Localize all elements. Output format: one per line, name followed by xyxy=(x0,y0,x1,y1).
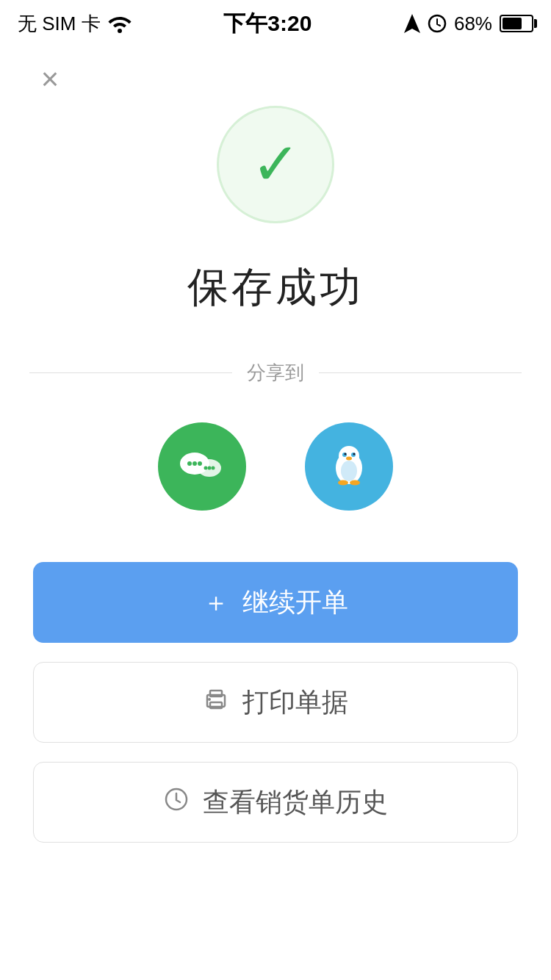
alarm-icon xyxy=(428,14,447,33)
wechat-share-button[interactable] xyxy=(158,422,246,511)
share-label: 分享到 xyxy=(232,360,319,386)
battery-icon xyxy=(500,15,533,32)
wifi-icon xyxy=(108,14,132,33)
status-time: 下午3:20 xyxy=(223,9,311,39)
qq-icon xyxy=(323,440,375,493)
svg-point-16 xyxy=(338,480,348,486)
svg-point-6 xyxy=(204,466,208,470)
svg-point-14 xyxy=(353,453,356,455)
print-label: 打印单据 xyxy=(242,685,348,721)
status-bar: 无 SIM 卡 下午3:20 68% xyxy=(0,0,551,47)
svg-rect-20 xyxy=(210,691,222,696)
svg-point-15 xyxy=(346,457,352,461)
svg-rect-21 xyxy=(210,702,222,708)
main-content: ✓ 保存成功 分享到 xyxy=(0,47,551,843)
action-buttons: ＋ 继续开单 打印单据 查看销货单历史 xyxy=(33,562,518,843)
printer-icon xyxy=(203,686,229,719)
history-label: 查看销货单历史 xyxy=(203,785,388,821)
check-icon: ✓ xyxy=(251,135,300,194)
svg-point-4 xyxy=(192,461,197,466)
success-title: 保存成功 xyxy=(187,260,364,316)
status-right: 68% xyxy=(404,12,533,35)
status-left: 无 SIM 卡 xyxy=(18,11,132,37)
share-divider: 分享到 xyxy=(0,360,551,386)
share-icons xyxy=(158,422,393,511)
svg-point-17 xyxy=(350,480,360,486)
svg-point-13 xyxy=(345,453,347,455)
sim-label: 无 SIM 卡 xyxy=(18,11,101,37)
svg-point-5 xyxy=(198,461,202,466)
divider-right xyxy=(319,372,522,373)
svg-point-22 xyxy=(208,698,211,701)
print-button[interactable]: 打印单据 xyxy=(33,662,518,743)
plus-icon: ＋ xyxy=(203,585,229,621)
success-circle: ✓ xyxy=(217,106,334,223)
wechat-icon xyxy=(176,440,228,493)
location-icon xyxy=(404,14,420,33)
history-button[interactable]: 查看销货单历史 xyxy=(33,762,518,843)
svg-point-7 xyxy=(208,466,212,470)
qq-share-button[interactable] xyxy=(305,422,393,511)
continue-button[interactable]: ＋ 继续开单 xyxy=(33,562,518,643)
svg-point-3 xyxy=(187,461,192,466)
divider-left xyxy=(29,372,232,373)
svg-point-8 xyxy=(212,466,215,470)
svg-point-18 xyxy=(341,461,357,481)
battery-percent: 68% xyxy=(454,12,492,35)
clock-icon xyxy=(163,786,190,819)
continue-label: 继续开单 xyxy=(242,585,348,621)
